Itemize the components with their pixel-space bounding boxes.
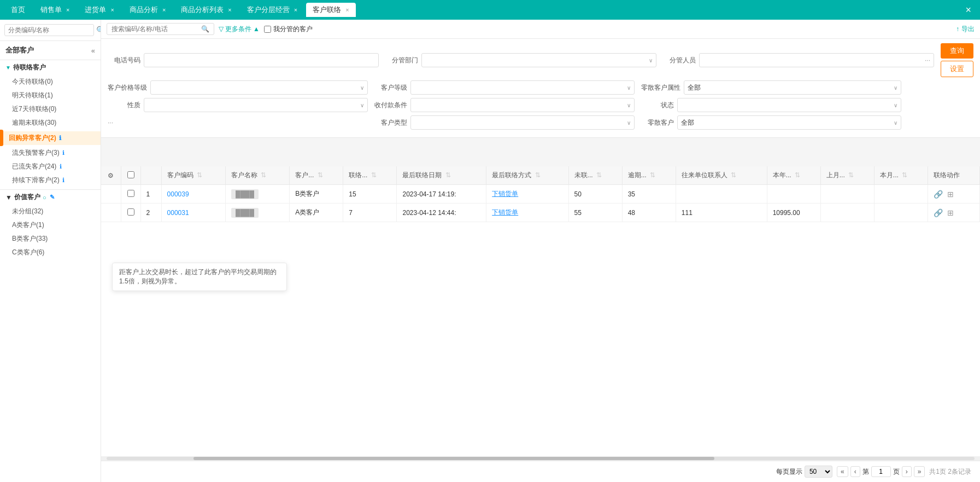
customer-level-select[interactable]: ∨: [410, 80, 635, 95]
row2-code[interactable]: 000031: [161, 204, 225, 222]
sidebar-item-ungroup[interactable]: 未分组(32): [0, 205, 101, 218]
customer-type-select[interactable]: ∨: [410, 115, 635, 130]
more-conditions-btn[interactable]: ▽ 更多条件 ▲: [219, 25, 260, 34]
col-last-method[interactable]: 最后联络方式 ⇅: [486, 166, 568, 185]
customer-table: ⚙ 客户编码 ⇅ 客户名称 ⇅: [101, 166, 980, 222]
export-button[interactable]: ↑ 导出: [956, 25, 975, 34]
repurchase-info-icon[interactable]: ℹ: [59, 135, 61, 141]
retail-attr-select[interactable]: 全部 ∨: [684, 80, 901, 95]
sidebar-search-input[interactable]: [4, 24, 94, 36]
tab-goods-list-close[interactable]: ×: [228, 7, 231, 13]
row2-check[interactable]: [127, 208, 134, 216]
sidebar-item-repurchase[interactable]: 回购异常客户(2) ℹ: [3, 131, 101, 145]
row1-code[interactable]: 000039: [161, 185, 225, 204]
sidebar-collapse-icon[interactable]: «: [91, 47, 95, 55]
filter-search-icon[interactable]: 🔍: [201, 25, 209, 33]
last-page-btn[interactable]: »: [914, 466, 925, 477]
per-page-select[interactable]: 50 20 100: [805, 466, 832, 478]
tab-customer-contact-close[interactable]: ×: [345, 7, 349, 13]
prev-page-btn[interactable]: ‹: [850, 466, 860, 477]
tab-sales[interactable]: 销售单 ×: [34, 3, 76, 17]
continuous-down-info-icon[interactable]: ℹ: [62, 177, 64, 183]
price-level-select[interactable]: ∨: [150, 80, 368, 95]
bottom-scrollbar[interactable]: [101, 456, 980, 461]
col-name[interactable]: 客户名称 ⇅: [225, 166, 289, 185]
filter-search-input[interactable]: [112, 25, 199, 33]
sidebar-item-class-c[interactable]: C类客户(6): [0, 246, 101, 259]
sidebar-item-continuous-down[interactable]: 持续下滑客户(2) ℹ: [0, 173, 101, 187]
sidebar-search-icon[interactable]: 🔍: [96, 26, 101, 34]
sidebar-section-value-header[interactable]: ▼ 价值客户 ○ ✎: [0, 190, 101, 205]
tab-customer-mgmt-close[interactable]: ×: [294, 7, 297, 13]
tab-sales-close[interactable]: ×: [66, 7, 69, 13]
row2-last-method[interactable]: 下销货单: [486, 204, 568, 222]
tab-customer-contact[interactable]: 客户联络 ×: [306, 3, 355, 17]
col-last-month[interactable]: 上月... ⇅: [820, 166, 874, 185]
tab-purchase-close[interactable]: ×: [110, 7, 114, 13]
col-this-year[interactable]: 本年... ⇅: [767, 166, 820, 185]
sidebar-item-7days[interactable]: 近7天待联络(0): [0, 102, 101, 116]
total-info: 共1页 2条记录: [929, 467, 971, 477]
select-all-checkbox[interactable]: [127, 171, 134, 178]
col-this-month[interactable]: 本月... ⇅: [874, 166, 928, 185]
settings-button[interactable]: 设置: [941, 61, 973, 77]
first-page-btn[interactable]: «: [837, 466, 848, 477]
col-overdue[interactable]: 逾期... ⇅: [622, 166, 676, 185]
tab-customer-mgmt[interactable]: 客户分层经营 ×: [240, 3, 304, 17]
already-lost-info-icon[interactable]: ℹ: [60, 163, 62, 170]
col-unit-contacts[interactable]: 往来单位联系人 ⇅: [676, 166, 767, 185]
window-close-button[interactable]: ×: [961, 4, 976, 16]
tab-purchase[interactable]: 进货单 ×: [78, 3, 120, 17]
sidebar-item-class-b[interactable]: B类客户(33): [0, 232, 101, 246]
col-code[interactable]: 客户编码 ⇅: [161, 166, 225, 185]
next-page-btn[interactable]: ›: [902, 466, 912, 477]
row2-grid-icon[interactable]: ⊞: [947, 208, 954, 217]
tooltip-popup: 距客户上次交易时长，超过了此客户的平均交易周期的1.5倍，则视为异常。: [112, 263, 287, 291]
dept-select[interactable]: ∨: [421, 53, 656, 67]
sidebar-item-class-a[interactable]: A类客户(1): [0, 218, 101, 232]
tree-group-pending-header[interactable]: ▼ 待联络客户: [0, 60, 101, 75]
lost-predicted-info-icon[interactable]: ℹ: [62, 149, 64, 156]
row1-check[interactable]: [127, 190, 134, 197]
status-select[interactable]: ∨: [677, 98, 901, 112]
col-last-date[interactable]: 最后联络日期 ⇅: [397, 166, 486, 185]
row1-last-method-link[interactable]: 下销货单: [492, 190, 518, 198]
page-end-label: 页: [893, 467, 900, 477]
tab-home[interactable]: 首页: [4, 3, 32, 17]
row2-link-icon[interactable]: 🔗: [934, 208, 943, 217]
payment-select[interactable]: ∨: [410, 98, 635, 112]
person-select[interactable]: ···: [699, 53, 934, 67]
page-input[interactable]: [871, 466, 891, 477]
retail-customer-select[interactable]: 全部 ∨: [677, 115, 901, 130]
row1-last-month: [820, 185, 874, 204]
row2-name[interactable]: ████: [225, 204, 289, 222]
sidebar-item-overdue[interactable]: 逾期未联络(30): [0, 116, 101, 130]
sidebar-item-already-lost[interactable]: 已流失客户(24) ℹ: [0, 160, 101, 173]
tab-goods-analysis[interactable]: 商品分析 ×: [123, 3, 172, 17]
col-contact[interactable]: 联络... ⇅: [343, 166, 397, 185]
filter-row-3: 性质 ∨ 收付款条件 ∨ 状态: [108, 98, 973, 112]
sort-icon-last-month: ⇅: [848, 171, 854, 179]
row1-link-icon[interactable]: 🔗: [934, 190, 943, 199]
row2-checkbox[interactable]: [121, 204, 140, 222]
col-settings[interactable]: ⚙: [101, 166, 121, 185]
sidebar-item-lost-predicted[interactable]: 流失预警客户(3) ℹ: [0, 146, 101, 160]
col-type[interactable]: 客户... ⇅: [290, 166, 343, 185]
row1-checkbox[interactable]: [121, 185, 140, 204]
row2-last-method-link[interactable]: 下销货单: [492, 208, 518, 216]
sidebar-item-tomorrow[interactable]: 明天待联络(1): [0, 89, 101, 102]
row1-last-method[interactable]: 下销货单: [486, 185, 568, 204]
my-customers-check[interactable]: [264, 26, 271, 33]
query-button[interactable]: 查询: [941, 43, 973, 59]
row1-name[interactable]: ████: [225, 185, 289, 204]
tab-goods-analysis-close[interactable]: ×: [162, 7, 166, 13]
sidebar-item-today[interactable]: 今天待联络(0): [0, 75, 101, 89]
row1-grid-icon[interactable]: ⊞: [947, 190, 954, 199]
more-dots[interactable]: ···: [108, 119, 113, 126]
phone-input[interactable]: [144, 53, 379, 67]
my-customers-checkbox[interactable]: 我分管的客户: [264, 25, 313, 34]
nature-select[interactable]: ∨: [144, 98, 368, 112]
col-uncontacted[interactable]: 未联... ⇅: [568, 166, 622, 185]
tab-goods-list[interactable]: 商品分析列表 ×: [174, 3, 238, 17]
value-edit-icon[interactable]: ✎: [50, 194, 55, 201]
